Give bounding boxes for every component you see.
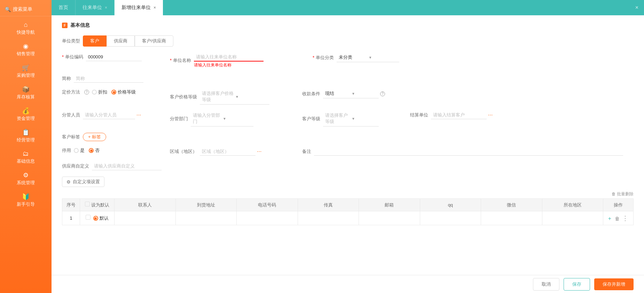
manager-input[interactable] — [83, 111, 135, 119]
department-select[interactable]: 请输入分管部门 ▼ — [191, 111, 253, 127]
custom-settings-button[interactable]: ⚙ 自定义项设置 — [62, 177, 104, 187]
payment-terms-group: 收款条件 现结 ▼ ? — [302, 89, 385, 98]
price-level-label: 价格等级 — [118, 89, 136, 95]
payment-terms-select[interactable]: 现结 ▼ — [323, 89, 379, 98]
tab-home[interactable]: 首页 — [52, 0, 76, 15]
sidebar-item-system[interactable]: ⚙ 系统管理 — [0, 168, 52, 189]
contact-input[interactable] — [120, 214, 169, 222]
disabled-group: 停用 是 否 — [62, 147, 159, 154]
cell-region[interactable] — [542, 211, 603, 225]
cancel-button[interactable]: 取消 — [533, 278, 559, 291]
add-row-button[interactable]: + — [608, 215, 611, 221]
customer-level-label: 客户等级 — [302, 116, 320, 122]
sidebar-item-guide[interactable]: 🔰 新手引导 — [0, 189, 52, 211]
unit-name-input[interactable] — [194, 53, 264, 62]
tag-label: 客户标签 — [62, 134, 80, 140]
phone-input[interactable] — [243, 214, 291, 222]
cell-phone[interactable] — [237, 211, 298, 225]
cell-email[interactable] — [359, 211, 420, 225]
save-button[interactable]: 保存 — [564, 278, 590, 291]
disabled-no-radio — [89, 148, 94, 153]
pricing-group: 定价方法 ? 折扣 价格等级 — [62, 89, 159, 95]
settlement-input[interactable] — [431, 111, 487, 119]
save-new-button[interactable]: 保存并新增 — [594, 278, 634, 290]
unit-type-group: 单位类型 客户 供应商 客户/供应商 — [62, 35, 173, 47]
supplier-custom-input[interactable] — [92, 162, 162, 170]
unit-type-buttons: 客户 供应商 客户/供应商 — [83, 35, 173, 47]
batch-delete-label[interactable]: 批量删除 — [617, 192, 634, 196]
cell-contact[interactable] — [115, 211, 176, 225]
sidebar-item-label: 销售管理 — [17, 51, 35, 57]
unit-category-group: 单位分类 未分类 ▼ — [313, 53, 399, 62]
batch-delete-row: 🗑 批量删除 — [62, 191, 634, 197]
department-group: 分管部门 请输入分管部门 ▼ — [170, 111, 281, 127]
sidebar-item-quick-nav[interactable]: ⌂ 快捷导航 — [0, 18, 52, 39]
sidebar-item-operations[interactable]: 📋 经营管理 — [0, 125, 52, 147]
default-radio — [93, 216, 98, 221]
tab-partners-label: 往来单位 — [83, 5, 102, 11]
content-area: F 基本信息 单位类型 客户 供应商 客户/供应商 单位编码 单 — [52, 15, 644, 275]
customer-level-select[interactable]: 请选择客户等级 ▼ — [323, 111, 379, 127]
sidebar-item-finance[interactable]: 💰 资金管理 — [0, 104, 52, 125]
cell-address[interactable] — [175, 211, 237, 225]
cell-fax[interactable] — [298, 211, 359, 225]
pricing-radio-price-level[interactable]: 价格等级 — [111, 89, 136, 95]
disabled-yes[interactable]: 是 — [74, 147, 85, 154]
sidebar-item-basic[interactable]: 🗂 基础信息 — [0, 147, 52, 168]
tag-row: 客户标签 + 标签 — [62, 133, 634, 141]
tab-partners[interactable]: 往来单位 × — [76, 0, 115, 15]
tab-new-partner[interactable]: 新增往来单位 × — [115, 0, 163, 15]
search-menu[interactable]: 🔍 搜索菜单 — [0, 3, 52, 16]
region-table-input[interactable] — [548, 214, 597, 222]
department-label: 分管部门 — [170, 116, 188, 122]
discount-radio — [92, 90, 97, 95]
unit-name-error: 请输入往来单位名称 — [194, 62, 264, 68]
unit-code-input[interactable] — [86, 53, 142, 61]
settlement-dots-button[interactable]: ··· — [488, 112, 493, 118]
col-address: 到货地址 — [175, 199, 237, 211]
gear-icon: ⚙ — [66, 179, 71, 185]
add-tag-button[interactable]: + 标签 — [83, 133, 106, 141]
manager-dots-button[interactable]: ··· — [136, 112, 141, 118]
row-checkbox[interactable] — [86, 215, 91, 220]
cell-wechat[interactable] — [481, 211, 542, 225]
qq-input[interactable] — [426, 214, 475, 222]
cell-qq[interactable] — [420, 211, 481, 225]
chevron-down-icon: ▼ — [369, 56, 397, 59]
select-all-checkbox[interactable] — [85, 202, 90, 206]
unit-category-select[interactable]: 未分类 ▼ — [337, 53, 399, 62]
disabled-yes-label: 是 — [80, 147, 85, 154]
region-dots-button[interactable]: ··· — [257, 148, 261, 155]
sidebar-item-purchase[interactable]: 🛒 采购管理 — [0, 60, 52, 82]
remark-label: 备注 — [302, 148, 311, 155]
address-input[interactable] — [182, 214, 230, 222]
payment-terms-help-icon[interactable]: ? — [380, 91, 385, 96]
region-input[interactable] — [200, 147, 256, 156]
remark-input[interactable] — [314, 147, 623, 156]
drag-handle[interactable]: ⋮ — [622, 215, 628, 222]
pricing-radio-discount[interactable]: 折扣 — [92, 89, 107, 95]
type-btn-supplier[interactable]: 供应商 — [107, 35, 135, 47]
disabled-no[interactable]: 否 — [89, 147, 100, 154]
type-btn-both[interactable]: 客户/供应商 — [135, 35, 173, 47]
disabled-row: 停用 是 否 区域（地区） ··· 备注 — [62, 147, 634, 156]
pricing-help-icon[interactable]: ? — [84, 90, 89, 95]
region-group: 区域（地区） ··· — [170, 147, 281, 156]
wechat-input[interactable] — [487, 214, 536, 222]
delete-row-button[interactable]: 🗑 — [615, 216, 620, 221]
abbr-input[interactable] — [74, 74, 143, 83]
sidebar-item-sales[interactable]: ◉ 销售管理 — [0, 39, 52, 60]
disabled-no-label: 否 — [95, 147, 100, 154]
unit-category-label: 单位分类 — [313, 55, 334, 61]
tab-partners-close[interactable]: × — [105, 5, 107, 10]
tab-new-partner-close[interactable]: × — [154, 5, 156, 10]
type-btn-customer[interactable]: 客户 — [83, 35, 107, 47]
close-all-tabs[interactable]: × — [630, 5, 644, 11]
sidebar-item-inventory[interactable]: 📦 库存核算 — [0, 82, 52, 104]
default-radio-item[interactable]: 默认 — [93, 215, 109, 221]
fax-input[interactable] — [304, 214, 353, 222]
customer-price-level-select[interactable]: 请选择客户价格等级 ▼ — [200, 89, 269, 105]
email-input[interactable] — [365, 214, 414, 222]
col-phone: 电话号码 — [237, 199, 298, 211]
abbr-label: 简称 — [62, 75, 71, 82]
